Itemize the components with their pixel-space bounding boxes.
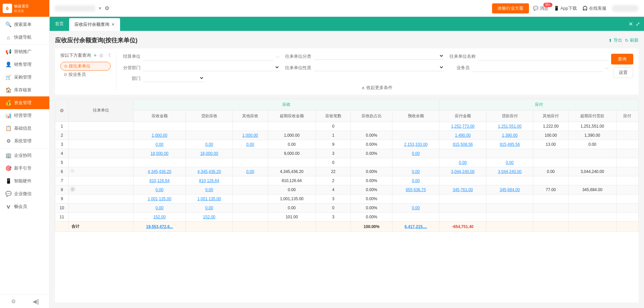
table-cell[interactable]: 1,001,135.00 xyxy=(133,194,185,204)
sidebar-item-guide[interactable]: 🎯 新手引导 xyxy=(0,162,49,175)
filter-scheme-collapse-icon[interactable]: 《 xyxy=(106,52,111,58)
table-cell[interactable]: 1,001,135.00 xyxy=(186,194,233,204)
trial-btn[interactable]: 体验行业方案 xyxy=(492,3,529,13)
sidebar-item-finance[interactable]: 💰 资金管理 xyxy=(0,96,49,109)
online-service-btn[interactable]: 🎧 在线客服 xyxy=(582,5,606,11)
sidebar-item-purchase[interactable]: 🛒 采购管理 xyxy=(0,71,49,84)
table-cell[interactable]: 915,508.56 xyxy=(439,140,486,149)
filter-dept-select[interactable] xyxy=(143,75,204,82)
app-download-btn[interactable]: 📱 App下载 xyxy=(554,5,577,11)
table-cell[interactable]: 0.00 xyxy=(233,167,268,176)
sidebar-item-search-menu[interactable]: 🔍 搜索菜单 xyxy=(0,18,49,31)
query-btn[interactable]: 查询 xyxy=(611,54,633,64)
table-cell[interactable]: 18,000.00 xyxy=(186,149,233,158)
filter-salesman-input[interactable] xyxy=(472,64,602,72)
table-cell[interactable]: 1,390.00 xyxy=(486,131,533,140)
filter-unit-nature-select[interactable] xyxy=(314,64,444,71)
filter-unit-category-dropdown[interactable] xyxy=(314,53,444,59)
total-ar-prepaid[interactable]: 6,417,215.... xyxy=(392,222,439,232)
filter-settlement-input[interactable] xyxy=(143,52,273,60)
page-content: 应收应付余额查询(按往来单位) ⬆ 导出 ↻ 刷新 按以下方案查询 xyxy=(50,31,644,308)
table-cell xyxy=(616,213,638,222)
table-cell[interactable]: 152.00 xyxy=(186,213,233,222)
table-cell[interactable]: 152.00 xyxy=(133,213,185,222)
filter-settlement-dots-icon[interactable]: ··· xyxy=(276,54,280,59)
table-cell[interactable]: 810,126.64 xyxy=(133,176,185,185)
filter-scheme-settings-icon[interactable]: ⊙ xyxy=(99,53,103,58)
filter-by-salesman-btn[interactable]: ⊙ 按业务员 xyxy=(60,71,111,79)
filter-branch-dropdown[interactable] xyxy=(143,64,279,70)
table-cell: 0.00% xyxy=(351,167,392,176)
refresh-btn[interactable]: ↻ 刷新 xyxy=(625,37,639,43)
table-cell[interactable]: 345,761.00 xyxy=(439,185,486,194)
table-cell[interactable]: 2,153,333.00 xyxy=(392,140,439,149)
sidebar-item-wechat[interactable]: 💬 企业微信 xyxy=(0,187,49,200)
collapse-btn[interactable]: ∧ 收起更多条件 xyxy=(120,85,633,91)
sidebar-item-quick-nav[interactable]: ⌂ 快捷导航 xyxy=(0,31,49,44)
sidebar-item-sales[interactable]: 👤 销售管理 xyxy=(0,58,49,71)
export-btn[interactable]: ⬆ 导出 xyxy=(608,37,622,43)
filter-unit-category-select[interactable] xyxy=(314,53,444,60)
sidebar-item-enterprise[interactable]: 🏢 企业协同 xyxy=(0,149,49,162)
table-cell[interactable]: 18,000.00 xyxy=(133,149,185,158)
table-cell[interactable]: 0.00 xyxy=(133,185,185,194)
table-cell[interactable]: 0.00 xyxy=(186,185,233,194)
table-cell[interactable]: 0.00 xyxy=(186,204,233,213)
user-avatar-area[interactable] xyxy=(612,5,639,12)
table-cell[interactable]: 4,345,436.20 xyxy=(186,167,233,176)
filter-unit-nature-dropdown[interactable] xyxy=(314,64,444,70)
table-cell: 0.00% xyxy=(351,176,392,185)
sidebar-item-system[interactable]: ⚙ 系统管理 xyxy=(0,135,49,147)
table-cell[interactable]: 0.00 xyxy=(133,140,185,149)
table-cell[interactable]: 1,000.00 xyxy=(233,131,268,140)
table-cell[interactable]: 345,684.00 xyxy=(486,185,533,194)
set-btn[interactable]: 设置 xyxy=(613,67,633,78)
sidebar-item-basic-info[interactable]: 📋 基础信息 xyxy=(0,122,49,135)
table-cell[interactable]: 1,490.00 xyxy=(439,131,486,140)
table-cell xyxy=(392,131,439,140)
table-cell[interactable]: 3,044,240.00 xyxy=(486,167,533,176)
sidebar-item-marketing[interactable]: 📢 营销推广 xyxy=(0,45,49,58)
table-cell[interactable]: 4,345,436.20 xyxy=(133,167,185,176)
table-cell[interactable]: 0.00 xyxy=(233,140,268,149)
sidebar-item-operations[interactable]: 📊 经营管理 xyxy=(0,109,49,122)
table-cell xyxy=(69,131,133,140)
filter-by-unit-btn[interactable]: ⊙ 按往来单位 xyxy=(60,62,111,71)
total-ar-amount[interactable]: 19,553,472,6... xyxy=(133,222,185,232)
table-cell[interactable]: 1,252,773.00 xyxy=(439,122,486,131)
table-cell[interactable]: 0.00 xyxy=(392,204,439,213)
filter-salesman-dots-icon[interactable]: ··· xyxy=(605,65,608,71)
settings-gear-icon[interactable]: ⚙ xyxy=(105,5,109,11)
tab-close-icon[interactable]: ✕ xyxy=(111,22,115,27)
th-settings[interactable]: ⚙ xyxy=(55,99,69,122)
table-cell[interactable]: 1,000.00 xyxy=(133,131,185,140)
tab-home[interactable]: 首页 xyxy=(50,17,69,30)
table-cell[interactable]: 810,126.64 xyxy=(186,176,233,185)
notification-btn[interactable]: 💬 消息 99+ xyxy=(533,5,548,11)
table-cell[interactable]: 3,044,240.00 xyxy=(439,167,486,176)
table-cell[interactable]: 915,495.56 xyxy=(486,140,533,149)
table-cell[interactable]: 0.00 xyxy=(439,158,486,167)
filter-branch-select[interactable] xyxy=(143,64,279,71)
table-cell[interactable]: 0.00 xyxy=(392,176,439,185)
filter-dept-dropdown[interactable] xyxy=(143,75,204,81)
table-cell[interactable]: 655,636.75 xyxy=(392,185,439,194)
sidebar-item-smart-hw[interactable]: 📱 智能硬件 xyxy=(0,175,49,187)
sidebar-item-member[interactable]: V 畅会员 xyxy=(0,200,49,213)
tab-bar-expand-icon[interactable]: ⤢ xyxy=(636,21,640,27)
filter-add-btn[interactable]: + xyxy=(94,52,97,58)
table-cell: 0.00% xyxy=(351,185,392,194)
table-cell[interactable]: 0.00 xyxy=(392,167,439,176)
filter-unit-name-input[interactable] xyxy=(478,52,608,60)
table-settings-icon[interactable]: ⚙ xyxy=(60,108,64,113)
sidebar-collapse-btn[interactable]: ◀‖ xyxy=(26,298,46,305)
table-cell[interactable]: 1,251,551.00 xyxy=(486,122,533,131)
tab-ar-ap[interactable]: 应收应付余额查询 ✕ xyxy=(69,18,120,31)
table-cell[interactable]: 0.00 xyxy=(392,149,439,158)
sidebar-item-inventory[interactable]: 🏠 库存核算 xyxy=(0,84,49,96)
table-cell[interactable]: 0.00 xyxy=(133,204,185,213)
table-cell[interactable]: 0.00 xyxy=(486,158,533,167)
table-cell[interactable]: 0.00 xyxy=(186,140,233,149)
tab-bar-close-icon[interactable]: ✕ xyxy=(629,21,633,27)
sidebar-settings-btn[interactable]: ⚙ xyxy=(3,298,23,305)
